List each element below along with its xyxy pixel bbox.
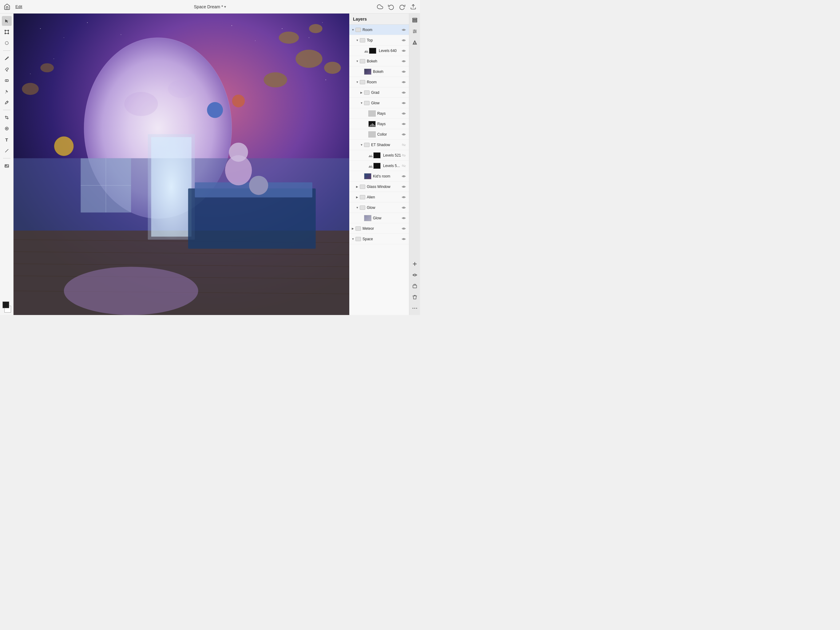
layer-item-15[interactable]: Kid's room: [349, 171, 409, 182]
brush-tool[interactable]: [2, 53, 12, 63]
transform-tool[interactable]: [2, 27, 12, 37]
layer-eye-17[interactable]: [401, 195, 406, 200]
layer-item-19[interactable]: Glow: [349, 213, 409, 223]
layer-eye-14[interactable]: [401, 163, 406, 169]
layer-item-17[interactable]: ▶Alien: [349, 192, 409, 203]
export-icon[interactable]: [410, 4, 416, 10]
eyedropper-tool[interactable]: [2, 98, 12, 108]
layer-arrow-19[interactable]: [359, 216, 364, 220]
layer-arrow-15[interactable]: [359, 174, 364, 179]
layer-item-2[interactable]: ▼Top: [349, 35, 409, 46]
shape-tool[interactable]: [2, 146, 12, 156]
layer-arrow-13[interactable]: [363, 153, 368, 158]
undo-icon[interactable]: [388, 4, 394, 10]
layer-item-12[interactable]: ▼ET Shadow: [349, 140, 409, 150]
layer-arrow-1[interactable]: ▼: [351, 27, 355, 32]
color-swatches[interactable]: [2, 301, 12, 313]
layer-item-21[interactable]: ▼Space: [349, 234, 409, 244]
layer-arrow-21[interactable]: ▼: [351, 237, 355, 242]
layer-arrow-18[interactable]: ▼: [355, 205, 360, 210]
layer-eye-10[interactable]: [401, 121, 406, 127]
layer-eye-16[interactable]: [401, 184, 406, 190]
fill-tool[interactable]: [2, 86, 12, 96]
adjustments-panel-icon[interactable]: [411, 27, 419, 36]
layer-item-5[interactable]: Bokeh: [349, 66, 409, 77]
layer-arrow-12[interactable]: ▼: [359, 142, 364, 147]
svg-point-42: [309, 24, 322, 33]
layer-name-19: Glow: [373, 216, 401, 220]
layer-eye-13[interactable]: [401, 153, 406, 158]
layer-item-20[interactable]: ▶Meteor: [349, 223, 409, 234]
layer-item-14[interactable]: Levels 5...: [349, 161, 409, 171]
select-tool[interactable]: [2, 16, 12, 26]
layer-eye-8[interactable]: [401, 100, 406, 106]
layer-arrow-3[interactable]: [359, 48, 364, 53]
layer-arrow-11[interactable]: [363, 132, 368, 137]
layer-eye-1[interactable]: [401, 27, 406, 33]
heal-tool[interactable]: [2, 123, 12, 133]
layer-item-4[interactable]: ▼Bokeh: [349, 56, 409, 66]
layer-item-6[interactable]: ▼Room: [349, 77, 409, 87]
layer-item-1[interactable]: ▼Room: [349, 25, 409, 35]
visibility-icon[interactable]: [411, 271, 419, 279]
layer-item-7[interactable]: ▶Grad: [349, 87, 409, 98]
layer-arrow-17[interactable]: ▶: [355, 195, 360, 199]
layer-item-16[interactable]: ▶Glass Window: [349, 182, 409, 192]
add-layer-icon[interactable]: [411, 260, 419, 268]
cloud-icon[interactable]: [377, 4, 383, 10]
layer-adj-icon-3: [364, 47, 378, 54]
layer-eye-11[interactable]: [401, 131, 406, 137]
layer-arrow-9[interactable]: [363, 111, 368, 116]
group-icon[interactable]: [411, 282, 419, 290]
home-icon[interactable]: [4, 3, 11, 10]
layer-eye-7[interactable]: [401, 90, 406, 95]
eraser-tool[interactable]: [2, 75, 12, 85]
crop-tool[interactable]: [2, 112, 12, 122]
layer-arrow-2[interactable]: ▼: [355, 38, 360, 43]
svg-point-36: [325, 80, 326, 80]
edit-menu[interactable]: Edit: [15, 4, 22, 9]
layer-arrow-6[interactable]: ▼: [355, 80, 360, 85]
layer-eye-6[interactable]: [401, 79, 406, 85]
layer-name-18: Glow: [367, 206, 401, 210]
filter-panel-icon[interactable]: [411, 38, 419, 47]
layer-arrow-14[interactable]: [363, 163, 368, 168]
layer-arrow-8[interactable]: ▼: [359, 101, 364, 106]
layer-item-13[interactable]: Levels 521: [349, 150, 409, 161]
layer-item-18[interactable]: ▼Glow: [349, 203, 409, 213]
layer-arrow-20[interactable]: ▶: [351, 226, 355, 231]
layers-list[interactable]: ▼Room▼TopLevels 640▼BokehBokeh▼Room▶Grad…: [349, 25, 409, 315]
layer-eye-20[interactable]: [401, 226, 406, 231]
layer-name-20: Meteor: [363, 226, 401, 231]
layer-eye-9[interactable]: [401, 111, 406, 116]
layer-eye-21[interactable]: [401, 236, 406, 242]
layer-arrow-16[interactable]: ▶: [355, 184, 360, 189]
layer-eye-4[interactable]: [401, 59, 406, 64]
lasso-tool[interactable]: [2, 38, 12, 48]
foreground-color-swatch[interactable]: [2, 301, 9, 308]
layer-arrow-7[interactable]: ▶: [359, 90, 364, 95]
layer-eye-12[interactable]: [401, 142, 406, 148]
text-tool[interactable]: T: [2, 135, 12, 144]
redo-icon[interactable]: [399, 4, 405, 10]
layer-item-10[interactable]: Rays: [349, 119, 409, 129]
image-tool[interactable]: [2, 161, 12, 171]
layer-eye-2[interactable]: [401, 38, 406, 43]
layer-arrow-4[interactable]: ▼: [355, 59, 360, 64]
layer-eye-5[interactable]: [401, 69, 406, 74]
layer-item-11[interactable]: Collor: [349, 129, 409, 140]
paint-tool[interactable]: [2, 64, 12, 74]
delete-layer-icon[interactable]: [411, 293, 419, 301]
layer-eye-19[interactable]: [401, 215, 406, 221]
layer-arrow-10[interactable]: [363, 122, 368, 127]
layer-arrow-5[interactable]: [359, 69, 364, 74]
layer-eye-15[interactable]: [401, 174, 406, 179]
layer-thumb-9: [368, 111, 376, 117]
layer-eye-18[interactable]: [401, 205, 406, 211]
more-options-icon[interactable]: [411, 304, 419, 313]
layer-eye-3[interactable]: [401, 48, 406, 54]
layer-item-3[interactable]: Levels 640: [349, 46, 409, 56]
layers-panel-icon[interactable]: [411, 16, 419, 25]
layer-item-9[interactable]: Rays: [349, 108, 409, 119]
layer-item-8[interactable]: ▼Glow: [349, 98, 409, 108]
